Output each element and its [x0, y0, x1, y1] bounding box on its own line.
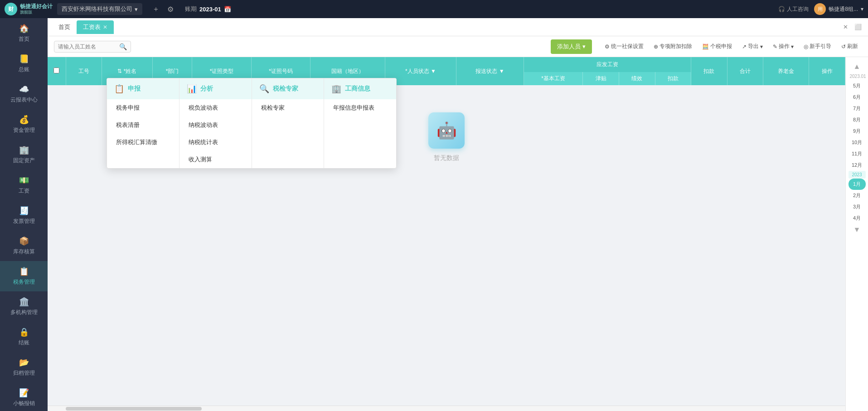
sidebar-item-salary[interactable]: 💵 工资: [0, 170, 48, 200]
sidebar-item-multi[interactable]: 🏛️ 多机构管理: [0, 291, 48, 322]
calendar-current-year: 2023: [849, 171, 866, 179]
tax-return-button[interactable]: 🧮 个税申报: [698, 41, 736, 52]
sidebar-item-invoice[interactable]: 🧾 发票管理: [0, 200, 48, 231]
sidebar-item-cloud[interactable]: ☁️ 云报表中心: [0, 79, 48, 109]
calendar-year-prev: 2023.01: [849, 73, 866, 80]
close-books-icon: 🔒: [19, 327, 29, 337]
search-icon[interactable]: 🔍: [119, 43, 127, 50]
sidebar-item-report[interactable]: 📝 小畅报销: [0, 382, 48, 411]
top-right-area: 🎧 人工咨询 用 畅捷通8组... ▾: [778, 3, 863, 15]
sidebar-label-ledger: 总账: [19, 66, 29, 73]
calendar-icon[interactable]: 📅: [224, 6, 231, 13]
analysis-icon: 📊: [187, 84, 197, 94]
calendar-month-8[interactable]: 8月: [849, 114, 866, 126]
period-label: 账期: [185, 5, 197, 13]
menu-item-tax-burden[interactable]: 税负波动表: [179, 99, 252, 116]
declaration-section-header: 📋 申报: [107, 78, 179, 99]
calendar-month-1-active[interactable]: 1月: [849, 179, 866, 190]
special-deduction-label: 专项附加扣除: [659, 43, 692, 50]
app-logo-icon: 财: [5, 3, 17, 15]
calendar-month-2[interactable]: 2月: [849, 190, 866, 201]
tab-salary-label: 工资表: [83, 23, 101, 31]
sidebar-item-inventory[interactable]: 📦 库存核算: [0, 231, 48, 261]
calendar-month-11[interactable]: 11月: [849, 148, 866, 160]
customer-service-button[interactable]: 🎧 人工咨询: [778, 5, 809, 13]
search-input[interactable]: [58, 44, 117, 50]
settings-button[interactable]: ⚙: [165, 4, 176, 15]
invoice-icon: 🧾: [19, 206, 29, 216]
tab-salary-table[interactable]: 工资表 ✕: [77, 20, 114, 34]
search-box: 🔍: [54, 41, 131, 53]
sidebar: 🏠 首页 📒 总账 ☁️ 云报表中心 💰 资金管理 🏢 固定资产 💵 工资 🧾 …: [0, 18, 48, 411]
sidebar-item-archive[interactable]: 📂 归档管理: [0, 352, 48, 382]
add-company-button[interactable]: ＋: [150, 4, 161, 15]
tax-icon-btn: 🧮: [702, 44, 709, 50]
sidebar-item-home[interactable]: 🏠 首页: [0, 18, 48, 48]
calendar-month-10[interactable]: 10月: [849, 137, 866, 148]
multi-icon: 🏛️: [19, 297, 29, 307]
home-icon: 🏠: [19, 24, 29, 34]
company-selector[interactable]: 西安虾米网络科技有限公司 ▾: [57, 3, 142, 15]
window-restore-button[interactable]: ⬜: [853, 22, 863, 32]
sidebar-label-archive: 归档管理: [13, 369, 35, 377]
menu-item-income-tax-settlement[interactable]: 所得税汇算清缴: [107, 134, 179, 151]
period-value: 2023-01: [199, 6, 221, 13]
add-person-button[interactable]: 添加人员 ▾: [551, 39, 592, 54]
salary-icon: 💵: [19, 175, 29, 185]
report-status-header: 报送状态 ▼: [456, 57, 524, 85]
top-actions: ＋ ⚙: [150, 4, 176, 15]
menu-item-income-estimate[interactable]: 收入测算: [179, 151, 252, 168]
calendar-down-button[interactable]: ▼: [852, 224, 863, 236]
calendar-month-3[interactable]: 3月: [849, 201, 866, 213]
menu-section-analysis: 📊 分析 税负波动表 纳税波动表 纳税统计表 收入测算: [179, 78, 252, 168]
menu-item-annual-report[interactable]: 年报信息申报表: [324, 99, 396, 116]
calendar-month-7[interactable]: 7月: [849, 103, 866, 114]
sidebar-item-ledger[interactable]: 📒 总账: [0, 48, 48, 79]
inventory-icon: 📦: [19, 236, 29, 246]
menu-item-tax-table-clear[interactable]: 税表清册: [107, 116, 179, 134]
toolbar: 🔍 添加人员 ▾ ⚙ 统一社保设置 ⊕ 专项附加扣除 🧮 个税申报: [48, 36, 868, 57]
sidebar-item-close-books[interactable]: 🔒 结账: [0, 322, 48, 352]
calendar-month-9[interactable]: 9月: [849, 126, 866, 137]
scroll-thumb[interactable]: [66, 407, 202, 411]
operations-button[interactable]: ✎ 操作 ▾: [769, 41, 797, 52]
export-button[interactable]: ↗ 导出 ▾: [738, 41, 766, 52]
window-close-button[interactable]: ✕: [841, 22, 850, 32]
user-name: 畅捷通8组...: [829, 5, 858, 13]
guide-icon-btn: ◎: [804, 44, 808, 50]
payroll-group-header: 应发工资: [524, 57, 691, 72]
select-all-checkbox[interactable]: [53, 68, 59, 73]
calendar-up-button[interactable]: ▲: [852, 61, 863, 73]
menu-item-tax-flow[interactable]: 纳税波动表: [179, 116, 252, 134]
menu-item-tax-expert[interactable]: 税检专家: [252, 99, 324, 116]
menu-item-tax-declaration[interactable]: 税务申报: [107, 99, 179, 116]
report-filter-icon[interactable]: ▼: [499, 68, 504, 74]
sidebar-item-fund[interactable]: 💰 资金管理: [0, 109, 48, 140]
top-bar: 财 畅捷通好会计 旗舰版 西安虾米网络科技有限公司 ▾ ＋ ⚙ 账期 2023-…: [0, 0, 868, 18]
calendar-month-4[interactable]: 4月: [849, 213, 866, 224]
user-avatar: 用: [814, 3, 826, 15]
tab-home[interactable]: 首页: [52, 20, 77, 34]
calendar-month-5[interactable]: 5月: [849, 80, 866, 92]
deductions-header: 扣款: [691, 57, 727, 85]
user-area[interactable]: 用 畅捷通8组... ▾: [814, 3, 863, 15]
menu-item-tax-stats[interactable]: 纳税统计表: [179, 134, 252, 151]
sidebar-label-multi: 多机构管理: [10, 309, 38, 316]
declaration-icon: 📋: [114, 84, 124, 94]
refresh-button[interactable]: ↺ 刷新: [838, 41, 862, 52]
guide-label: 新手引导: [810, 43, 831, 50]
headset-icon: 🎧: [778, 6, 785, 12]
export-arrow-icon: ▾: [760, 44, 763, 50]
newbie-guide-button[interactable]: ◎ 新手引导: [800, 41, 835, 52]
bottom-scrollbar[interactable]: [48, 406, 845, 411]
social-security-button[interactable]: ⚙ 统一社保设置: [601, 41, 647, 52]
special-deduction-button[interactable]: ⊕ 专项附加扣除: [650, 41, 696, 52]
sidebar-item-asset[interactable]: 🏢 固定资产: [0, 140, 48, 170]
filter-icon[interactable]: ▼: [431, 68, 436, 74]
calendar-month-6[interactable]: 6月: [849, 92, 866, 103]
cloud-icon: ☁️: [19, 84, 29, 94]
calendar-month-12[interactable]: 12月: [849, 160, 866, 171]
refresh-icon: ↺: [841, 44, 846, 50]
sidebar-item-tax[interactable]: 📋 税务管理: [0, 261, 48, 291]
tab-close-button[interactable]: ✕: [103, 24, 107, 30]
